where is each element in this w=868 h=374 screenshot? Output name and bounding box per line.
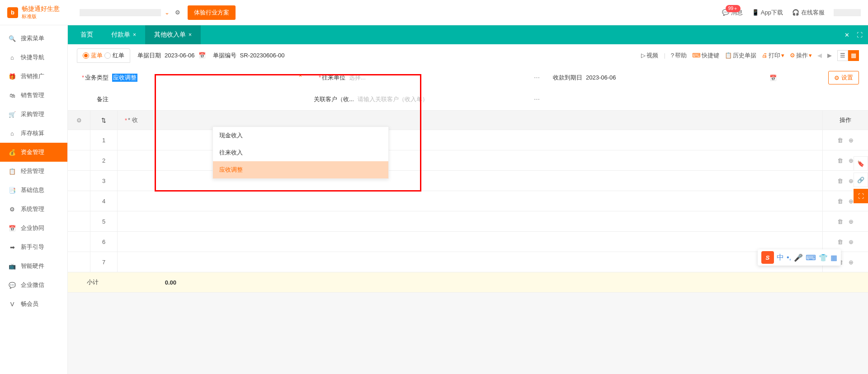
close-icon[interactable]: × bbox=[189, 32, 192, 38]
ime-lang[interactable]: 中 bbox=[777, 253, 784, 262]
online-service-button[interactable]: 🎧 在线客服 bbox=[792, 9, 825, 17]
settings-button[interactable]: ⚙ 设置 bbox=[828, 71, 859, 84]
table-row[interactable]: 5 🗑 ⊕ bbox=[68, 211, 868, 232]
dropdown-option[interactable]: 往来收入 bbox=[213, 144, 388, 161]
print-button[interactable]: 🖨 打印 ▾ bbox=[762, 51, 784, 60]
biz-type-select[interactable]: 应收调整 ⌃ bbox=[112, 72, 303, 84]
history-button[interactable]: 📋 历史单据 bbox=[725, 51, 756, 60]
sidebar-item-企业微信[interactable]: 💬企业微信 bbox=[0, 276, 67, 295]
doc-date-value[interactable]: 2023-06-06 bbox=[165, 52, 195, 59]
table-row[interactable]: 2 🗑 ⊕ bbox=[68, 150, 868, 171]
ime-grid-icon[interactable]: ▦ bbox=[830, 253, 837, 262]
sidebar-item-label: 快捷导航 bbox=[21, 53, 44, 61]
copy-icon[interactable]: ⊕ bbox=[849, 178, 854, 184]
row-number: 4 bbox=[90, 191, 118, 211]
list-view-button[interactable]: ☰ bbox=[837, 50, 848, 61]
sidebar-item-资金管理[interactable]: 💰资金管理 bbox=[0, 143, 67, 162]
sidebar-item-新手引导[interactable]: ➡新手引导 bbox=[0, 238, 67, 257]
expand-icon[interactable]: ⛶ bbox=[855, 30, 864, 40]
tab-首页[interactable]: 首页 bbox=[71, 25, 102, 44]
dropdown-option[interactable]: 现金收入 bbox=[213, 127, 388, 144]
operate-button[interactable]: ⚙ 操作 ▾ bbox=[790, 51, 812, 60]
radio-blue[interactable]: 蓝单 bbox=[83, 51, 103, 60]
next-button[interactable]: ▶ bbox=[827, 52, 832, 59]
delete-icon[interactable]: 🗑 bbox=[837, 198, 843, 205]
sidebar: 🔍搜索菜单⌂快捷导航🎁营销推广🛍销售管理🛒采购管理⌂库存核算💰资金管理📋经营管理… bbox=[0, 25, 68, 374]
due-date-input[interactable]: 2023-06-06 bbox=[586, 72, 766, 83]
tab-其他收入单[interactable]: 其他收入单× bbox=[145, 25, 201, 44]
shortcut-button[interactable]: ⌨ 快捷键 bbox=[692, 51, 719, 60]
table-row[interactable]: 7 🗑 ⊕ bbox=[68, 252, 868, 272]
biz-type-label: *业务类型 bbox=[77, 74, 108, 82]
delete-icon[interactable]: 🗑 bbox=[837, 238, 843, 245]
ime-skin-icon[interactable]: 👕 bbox=[819, 253, 828, 262]
row-number: 2 bbox=[90, 150, 118, 170]
copy-icon[interactable]: ⊕ bbox=[849, 218, 854, 225]
prev-button[interactable]: ◀ bbox=[817, 52, 822, 59]
sidebar-item-快捷导航[interactable]: ⌂快捷导航 bbox=[0, 48, 67, 67]
messages-button[interactable]: 99＋ 💬 消息 bbox=[722, 9, 743, 17]
trial-button[interactable]: 体验行业方案 bbox=[188, 5, 236, 20]
sidebar-item-畅会员[interactable]: V畅会员 bbox=[0, 295, 67, 313]
unit-select[interactable]: 选择... ⋯ bbox=[349, 72, 540, 84]
sidebar-icon: ⚙ bbox=[8, 206, 16, 213]
card-view-button[interactable]: ▦ bbox=[848, 50, 859, 61]
sidebar-item-label: 资金管理 bbox=[21, 148, 44, 156]
close-icon[interactable]: × bbox=[133, 32, 136, 38]
delete-icon[interactable]: 🗑 bbox=[837, 178, 843, 184]
delete-icon[interactable]: 🗑 bbox=[837, 157, 843, 164]
copy-icon[interactable]: ⊕ bbox=[849, 259, 854, 266]
side-tool-link[interactable]: 🔗 bbox=[854, 173, 868, 187]
company-selector[interactable]: ⌄ bbox=[80, 9, 170, 16]
row-number: 1 bbox=[90, 130, 118, 150]
sidebar-item-库存核算[interactable]: ⌂库存核算 bbox=[0, 124, 67, 143]
tab-付款单[interactable]: 付款单× bbox=[102, 25, 145, 44]
row-number: 6 bbox=[90, 232, 118, 252]
ime-punct-icon[interactable]: •, bbox=[787, 253, 791, 262]
sidebar-item-系统管理[interactable]: ⚙系统管理 bbox=[0, 200, 67, 219]
sidebar-item-智能硬件[interactable]: 📺智能硬件 bbox=[0, 257, 67, 276]
related-select[interactable]: 请输入关联客户（收入单） ⋯ bbox=[358, 94, 540, 106]
table-row[interactable]: 6 🗑 ⊕ bbox=[68, 232, 868, 252]
help-button[interactable]: ? 帮助 bbox=[671, 51, 687, 60]
table-row[interactable]: 3 🗑 ⊕ bbox=[68, 171, 868, 191]
side-tool-tag[interactable]: 🔖 bbox=[854, 156, 868, 171]
sidebar-item-基础信息[interactable]: 📑基础信息 bbox=[0, 181, 67, 200]
sidebar-item-经营管理[interactable]: 📋经营管理 bbox=[0, 162, 67, 181]
gear-icon: ⚙ bbox=[834, 75, 840, 81]
user-avatar[interactable] bbox=[834, 9, 861, 16]
app-download-button[interactable]: 📱 App下载 bbox=[752, 9, 783, 17]
side-tool-expand[interactable]: ⛶ bbox=[854, 189, 868, 203]
sidebar-item-企业协同[interactable]: 📅企业协同 bbox=[0, 219, 67, 238]
sort-icon[interactable]: ⇅ bbox=[90, 111, 118, 130]
sidebar-item-营销推广[interactable]: 🎁营销推广 bbox=[0, 67, 67, 86]
sidebar-icon: 📺 bbox=[8, 263, 16, 270]
copy-icon[interactable]: ⊕ bbox=[849, 238, 854, 245]
copy-icon[interactable]: ⊕ bbox=[849, 157, 854, 164]
table-row[interactable]: 4 🗑 ⊕ bbox=[68, 191, 868, 211]
delete-icon[interactable]: 🗑 bbox=[837, 218, 843, 225]
logo-text: 畅捷通好生意 bbox=[22, 5, 60, 13]
calendar-icon[interactable]: 📅 bbox=[769, 75, 777, 81]
sidebar-item-label: 智能硬件 bbox=[21, 262, 44, 270]
table-row[interactable]: 1 🗑 ⊕ bbox=[68, 130, 868, 150]
video-button[interactable]: ▷ 视频 bbox=[641, 51, 658, 60]
sidebar-icon: 🔍 bbox=[8, 35, 16, 42]
ime-logo-icon[interactable]: S bbox=[761, 251, 774, 264]
copy-icon[interactable]: ⊕ bbox=[849, 137, 854, 144]
delete-icon[interactable]: 🗑 bbox=[837, 137, 843, 144]
ime-mic-icon[interactable]: 🎤 bbox=[794, 253, 803, 262]
remark-input[interactable] bbox=[112, 98, 303, 102]
sidebar-item-采购管理[interactable]: 🛒采购管理 bbox=[0, 105, 67, 124]
close-tab-icon[interactable]: ✕ bbox=[843, 30, 851, 40]
calendar-icon[interactable]: 📅 bbox=[198, 52, 206, 59]
copy-icon[interactable]: ⊕ bbox=[849, 198, 854, 205]
sidebar-item-销售管理[interactable]: 🛍销售管理 bbox=[0, 86, 67, 105]
dropdown-option[interactable]: 应收调整 bbox=[213, 161, 388, 178]
ime-keyboard-icon[interactable]: ⌨ bbox=[806, 253, 816, 262]
sidebar-item-label: 搜索菜单 bbox=[21, 34, 44, 42]
gear-icon[interactable]: ⚙ bbox=[175, 9, 180, 16]
table-settings-icon[interactable]: ⚙ bbox=[68, 111, 90, 130]
radio-red[interactable]: 红单 bbox=[104, 51, 124, 60]
sidebar-item-搜索菜单[interactable]: 🔍搜索菜单 bbox=[0, 29, 67, 48]
